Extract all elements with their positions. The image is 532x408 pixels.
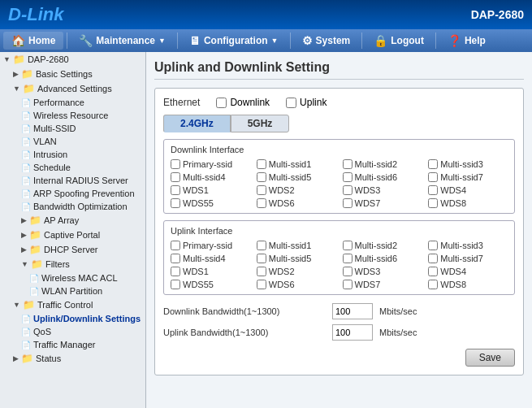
nav-maintenance[interactable]: 🔧 Maintenance ▼	[71, 32, 174, 50]
downlink-bw-input[interactable]	[332, 303, 373, 319]
tab-2-4ghz[interactable]: 2.4GHz	[163, 115, 231, 132]
uplink-wds4: WDS4	[428, 267, 508, 276]
downlink-wds1-checkbox[interactable]	[171, 185, 180, 195]
downlink-multi-ssid3-checkbox[interactable]	[428, 159, 438, 169]
downlink-multi-ssid5-checkbox[interactable]	[257, 172, 266, 182]
sidebar-item-traffic-manager[interactable]: 📄 Traffic Manager	[0, 338, 145, 351]
downlink-wds7: WDS7	[343, 198, 422, 208]
sidebar-item-ap-array[interactable]: ▶ 📁 AP Array	[0, 213, 145, 228]
folder-icon: 📁	[13, 54, 25, 65]
uplink-wds3-checkbox[interactable]	[343, 267, 353, 276]
uplink-wds6-label: WDS6	[269, 280, 295, 289]
downlink-wds3-checkbox[interactable]	[343, 185, 353, 195]
expand-icon: ▼	[3, 55, 11, 63]
downlink-multi-ssid2-label: Multi-ssid2	[355, 159, 398, 169]
uplink-checkbox[interactable]	[286, 98, 296, 108]
uplink-interface-title: Uplink Interface	[171, 226, 508, 236]
sidebar-label-wireless-resource: Wireless Resource	[33, 111, 108, 120]
sidebar-item-bw-opt[interactable]: 📄 Bandwidth Optimization	[0, 200, 145, 213]
sidebar-item-wlan-partition[interactable]: 📄 WLAN Partition	[0, 284, 145, 297]
chevron-down-icon: ▼	[158, 37, 166, 45]
uplink-multi-ssid1-label: Multi-ssid1	[269, 241, 312, 250]
sidebar-item-vlan[interactable]: 📄 VLAN	[0, 135, 145, 148]
uplink-multi-ssid3-checkbox[interactable]	[428, 241, 438, 250]
expand-icon-ap: ▶	[21, 216, 27, 224]
downlink-multi-ssid5-label: Multi-ssid5	[269, 172, 312, 182]
uplink-wds1-checkbox[interactable]	[171, 267, 180, 276]
save-button[interactable]: Save	[465, 349, 515, 367]
uplink-multi-ssid2-checkbox[interactable]	[343, 241, 353, 250]
sidebar-label-ap-array: AP Array	[44, 215, 79, 225]
sidebar-item-qos[interactable]: 📄 QoS	[0, 325, 145, 338]
downlink-multi-ssid7-label: Multi-ssid7	[440, 172, 483, 182]
sidebar-item-performance[interactable]: 📄 Performance	[0, 96, 145, 109]
sidebar-item-advanced-settings[interactable]: ▼ 📁 Advanced Settings	[0, 81, 145, 96]
expand-icon-dhcp: ▶	[21, 245, 27, 254]
uplink-wds7-checkbox[interactable]	[343, 280, 353, 289]
nav-configuration[interactable]: 🖥 Configuration ▼	[181, 32, 287, 50]
uplink-wds4-checkbox[interactable]	[428, 267, 438, 276]
sidebar-item-filters[interactable]: ▼ 📁 Filters	[0, 257, 145, 271]
uplink-wds8: WDS8	[428, 280, 508, 289]
sidebar-item-captive-portal[interactable]: ▶ 📁 Captive Portal	[0, 228, 145, 242]
downlink-multi-ssid4: Multi-ssid4	[171, 172, 250, 182]
nav-logout[interactable]: 🔒 Logout	[365, 32, 432, 50]
sidebar-label-basic-settings: Basic Settings	[36, 69, 93, 79]
uplink-multi-ssid5-checkbox[interactable]	[257, 254, 266, 263]
downlink-wds1-label: WDS1	[183, 185, 209, 195]
sidebar-item-multi-ssid[interactable]: 📄 Multi-SSID	[0, 122, 145, 135]
sidebar-item-schedule[interactable]: 📄 Schedule	[0, 161, 145, 174]
downlink-multi-ssid7-checkbox[interactable]	[428, 172, 438, 182]
uplink-primary-ssid-checkbox[interactable]	[171, 241, 180, 250]
sidebar-item-status[interactable]: ▶ 📁 Status	[0, 351, 145, 366]
downlink-multi-ssid4-checkbox[interactable]	[171, 172, 180, 182]
downlink-wds4-checkbox[interactable]	[428, 185, 438, 195]
sidebar-item-wireless-mac-acl[interactable]: 📄 Wireless MAC ACL	[0, 271, 145, 284]
page-icon-mac-acl: 📄	[29, 274, 39, 283]
logout-icon: 🔒	[374, 34, 387, 47]
uplink-wds3: WDS3	[343, 267, 422, 276]
sidebar-item-wireless-resource[interactable]: 📄 Wireless Resource	[0, 109, 145, 122]
tab-5ghz[interactable]: 5GHz	[231, 115, 290, 132]
downlink-wds6: WDS6	[257, 198, 336, 208]
downlink-wds2-checkbox[interactable]	[257, 185, 266, 195]
uplink-multi-ssid1-checkbox[interactable]	[257, 241, 266, 250]
sidebar-root[interactable]: ▼ 📁 DAP-2680	[0, 52, 145, 67]
downlink-wds55-checkbox[interactable]	[171, 198, 180, 208]
uplink-bw-input[interactable]	[332, 324, 373, 341]
uplink-wds8-checkbox[interactable]	[428, 280, 438, 289]
downlink-multi-ssid2-checkbox[interactable]	[343, 159, 353, 169]
downlink-checkbox[interactable]	[216, 98, 227, 108]
uplink-wds55-checkbox[interactable]	[171, 280, 180, 289]
sidebar-item-radius[interactable]: 📄 Internal RADIUS Server	[0, 174, 145, 187]
uplink-multi-ssid4-checkbox[interactable]	[171, 254, 180, 263]
downlink-interface-section: Downlink Interface Primary-ssid Multi-ss…	[163, 139, 515, 214]
downlink-wds6-checkbox[interactable]	[257, 198, 266, 208]
downlink-wds7-checkbox[interactable]	[343, 198, 353, 208]
uplink-multi-ssid7-checkbox[interactable]	[428, 254, 438, 263]
uplink-wds2-checkbox[interactable]	[257, 267, 266, 276]
downlink-wds8-checkbox[interactable]	[428, 198, 438, 208]
uplink-wds1-label: WDS1	[183, 267, 209, 276]
downlink-multi-ssid1-checkbox[interactable]	[257, 159, 266, 169]
uplink-wds6-checkbox[interactable]	[257, 280, 266, 289]
sidebar-item-traffic-control[interactable]: ▼ 📁 Traffic Control	[0, 297, 145, 312]
sidebar-item-intrusion[interactable]: 📄 Intrusion	[0, 148, 145, 161]
nav-system[interactable]: ⚙ System	[294, 32, 359, 50]
sidebar-item-uplink-downlink[interactable]: 📄 Uplink/Downlink Settings	[0, 312, 145, 325]
downlink-wds55-label: WDS55	[183, 198, 214, 208]
sidebar-root-label: DAP-2680	[28, 54, 69, 64]
sidebar-item-basic-settings[interactable]: ▶ 📁 Basic Settings	[0, 67, 145, 81]
sidebar-item-arp[interactable]: 📄 ARP Spoofing Prevention	[0, 187, 145, 200]
sidebar-item-dhcp[interactable]: ▶ 📁 DHCP Server	[0, 242, 145, 257]
downlink-multi-ssid6-checkbox[interactable]	[343, 172, 353, 182]
downlink-primary-ssid-checkbox[interactable]	[171, 159, 180, 169]
logo: D-Link	[8, 4, 63, 25]
uplink-multi-ssid6-checkbox[interactable]	[343, 254, 353, 263]
uplink-multi-ssid4: Multi-ssid4	[171, 254, 250, 263]
nav-home[interactable]: 🏠 Home	[3, 32, 63, 50]
downlink-wds8-label: WDS8	[440, 198, 466, 208]
nav-help[interactable]: ❓ Help	[439, 32, 494, 50]
page-icon-intrusion: 📄	[21, 150, 31, 159]
uplink-wds7-label: WDS7	[355, 280, 381, 289]
